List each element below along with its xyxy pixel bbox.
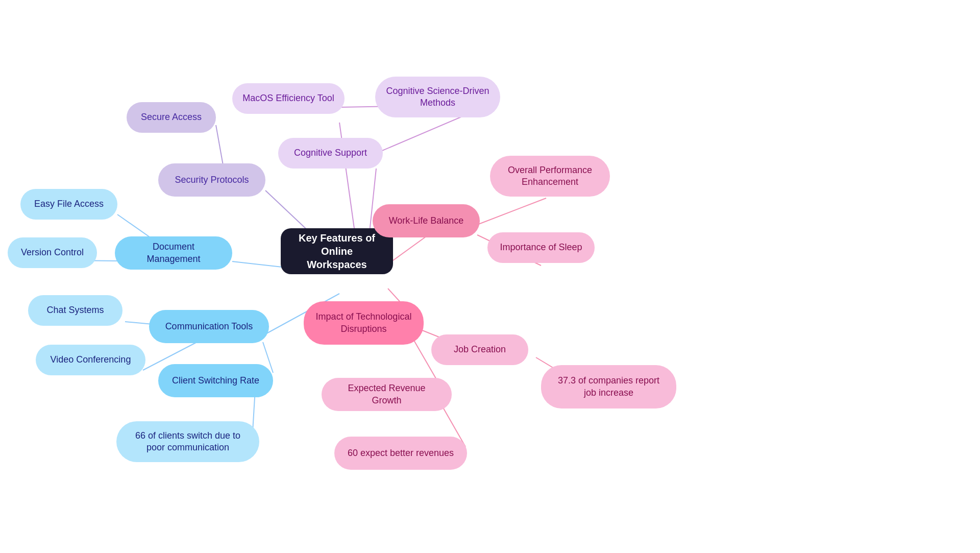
work-life-balance-node: Work-Life Balance [373, 204, 480, 237]
overall-performance-node: Overall Performance Enhancement [490, 156, 610, 197]
easy-file-access-node: Easy File Access [20, 189, 117, 220]
chat-systems-node: Chat Systems [28, 295, 122, 326]
client-switching-rate-node: Client Switching Rate [158, 364, 273, 397]
document-management-label: Document Management [125, 241, 222, 265]
companies-report-node: 37.3 of companies report job increase [541, 365, 676, 408]
impact-tech-label: Impact of Technological Disruptions [314, 311, 413, 335]
macos-tool-node: MacOS Efficiency Tool [232, 83, 345, 114]
center-label: Key Features of Online Workspaces [291, 231, 383, 271]
document-management-node: Document Management [115, 236, 232, 270]
security-protocols-label: Security Protocols [175, 174, 249, 186]
expected-revenue-label: Expected Revenue Growth [332, 382, 442, 406]
impact-tech-node: Impact of Technological Disruptions [304, 301, 424, 345]
svg-line-9 [477, 198, 546, 225]
version-control-node: Version Control [8, 237, 97, 268]
expected-revenue-node: Expected Revenue Growth [322, 378, 452, 411]
communication-tools-node: Communication Tools [149, 310, 269, 343]
center-node: Key Features of Online Workspaces [281, 228, 393, 274]
version-control-label: Version Control [21, 247, 84, 258]
clients-switch-label: 66 of clients switch due to poor communi… [127, 430, 249, 454]
client-switching-rate-label: Client Switching Rate [172, 375, 259, 387]
importance-of-sleep-node: Importance of Sleep [487, 232, 595, 263]
macos-tool-label: MacOS Efficiency Tool [242, 92, 334, 104]
importance-of-sleep-label: Importance of Sleep [500, 242, 582, 253]
cognitive-science-label: Cognitive Science-Driven Methods [385, 85, 490, 109]
security-protocols-node: Security Protocols [158, 163, 265, 197]
chat-systems-label: Chat Systems [46, 304, 104, 316]
companies-report-label: 37.3 of companies report job increase [551, 375, 666, 399]
overall-performance-label: Overall Performance Enhancement [500, 164, 600, 188]
video-conferencing-label: Video Conferencing [51, 354, 131, 366]
easy-file-access-label: Easy File Access [34, 198, 104, 210]
secure-access-label: Secure Access [141, 111, 202, 123]
video-conferencing-node: Video Conferencing [36, 345, 145, 375]
cognitive-science-node: Cognitive Science-Driven Methods [375, 77, 500, 117]
cognitive-support-node: Cognitive Support [278, 138, 383, 169]
svg-line-8 [393, 236, 426, 260]
expect-better-label: 60 expect better revenues [348, 447, 454, 459]
communication-tools-label: Communication Tools [165, 321, 253, 332]
clients-switch-node: 66 of clients switch due to poor communi… [116, 421, 259, 462]
secure-access-node: Secure Access [127, 102, 216, 133]
cognitive-support-label: Cognitive Support [294, 147, 367, 159]
job-creation-node: Job Creation [431, 334, 528, 365]
job-creation-label: Job Creation [454, 344, 506, 355]
work-life-balance-label: Work-Life Balance [389, 215, 464, 227]
expect-better-node: 60 expect better revenues [334, 437, 467, 470]
